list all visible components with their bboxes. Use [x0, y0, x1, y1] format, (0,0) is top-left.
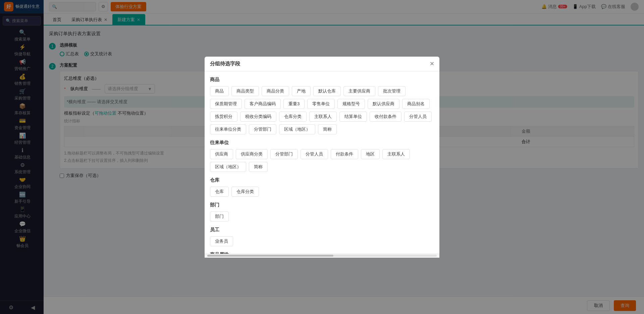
- field-tag[interactable]: 零售单位: [307, 99, 335, 109]
- field-tag[interactable]: 主联系人: [382, 149, 410, 159]
- modal-section-staff: 员工 业务员: [210, 227, 434, 246]
- field-tag[interactable]: 供应商: [210, 149, 233, 159]
- field-tag[interactable]: 结算单位: [339, 112, 367, 122]
- modal-section-partner: 往来单位 供应商 供应商分类 分管部门 分管人员 付款条件 地区 主联系人 区域…: [210, 140, 434, 172]
- field-tag[interactable]: 区域（地区）: [210, 162, 246, 172]
- field-tag[interactable]: 分管人员: [404, 112, 432, 122]
- field-tag[interactable]: 产地: [292, 86, 311, 96]
- field-tag[interactable]: 拣货积分: [210, 112, 237, 122]
- modal-overlay: 分组待选字段 ✕ 商品 商品 商品类型 商品分类 产地 默认仓库 主要供应商 批…: [0, 0, 644, 314]
- field-tags-warehouse: 仓库 仓库分类: [210, 187, 434, 197]
- field-tag[interactable]: 区域（地区）: [279, 124, 315, 134]
- field-tag[interactable]: 规格型号: [337, 99, 365, 109]
- field-tag[interactable]: 分管部门: [249, 124, 276, 134]
- modal-close-btn[interactable]: ✕: [430, 61, 434, 67]
- modal-title: 分组待选字段: [210, 61, 240, 67]
- field-tag[interactable]: 分管部门: [270, 149, 298, 159]
- modal-section-product: 商品 商品 商品类型 商品分类 产地 默认仓库 主要供应商 批次管理 保质期管理…: [210, 77, 434, 134]
- field-tag[interactable]: 地区: [361, 149, 380, 159]
- field-tags-dept: 部门: [210, 211, 434, 222]
- field-tag[interactable]: 重量3: [283, 99, 305, 109]
- field-tag[interactable]: 商品别名: [402, 99, 430, 109]
- hscroll-thumb: [207, 255, 333, 257]
- modal-hscroll[interactable]: [205, 254, 439, 258]
- field-tag[interactable]: 主要供应商: [343, 86, 375, 96]
- field-tag[interactable]: 仓库: [210, 187, 229, 197]
- section-title-partner: 往来单位: [210, 140, 434, 146]
- field-tag[interactable]: 主联系人: [309, 112, 337, 122]
- modal-header: 分组待选字段 ✕: [205, 57, 439, 71]
- field-tag[interactable]: 简称: [318, 124, 337, 134]
- section-title-staff: 员工: [210, 227, 434, 233]
- field-tag[interactable]: 往来单位分类: [210, 124, 246, 134]
- field-tags-staff: 业务员: [210, 236, 434, 246]
- modal-body: 商品 商品 商品类型 商品分类 产地 默认仓库 主要供应商 批次管理 保质期管理…: [205, 71, 439, 254]
- field-tags-product: 商品 商品类型 商品分类 产地 默认仓库 主要供应商 批次管理 保质期管理 客户…: [210, 86, 434, 134]
- field-tag[interactable]: 仓库分类: [279, 112, 307, 122]
- modal: 分组待选字段 ✕ 商品 商品 商品类型 商品分类 产地 默认仓库 主要供应商 批…: [205, 57, 439, 258]
- field-tag[interactable]: 批次管理: [378, 86, 406, 96]
- section-title-product: 商品: [210, 77, 434, 83]
- field-tag[interactable]: 默认供应商: [368, 99, 399, 109]
- section-title-warehouse: 仓库: [210, 177, 434, 183]
- field-tag[interactable]: 商品: [210, 86, 229, 96]
- field-tag[interactable]: 商品分类: [262, 86, 289, 96]
- field-tag[interactable]: 默认仓库: [313, 86, 341, 96]
- field-tag[interactable]: 收付款条件: [370, 112, 401, 122]
- field-tags-partner: 供应商 供应商分类 分管部门 分管人员 付款条件 地区 主联系人 区域（地区） …: [210, 149, 434, 172]
- field-tag[interactable]: 保质期管理: [210, 99, 242, 109]
- modal-section-warehouse: 仓库 仓库 仓库分类: [210, 177, 434, 197]
- field-tag[interactable]: 仓库分类: [231, 187, 259, 197]
- section-title-dept: 部门: [210, 202, 434, 208]
- field-tag[interactable]: 税收分类编码: [240, 112, 276, 122]
- field-tag[interactable]: 分管人员: [301, 149, 328, 159]
- field-tag[interactable]: 供应商分类: [236, 149, 268, 159]
- field-tag[interactable]: 业务员: [210, 236, 233, 246]
- field-tag[interactable]: 付款条件: [331, 149, 358, 159]
- field-tag[interactable]: 商品类型: [231, 86, 259, 96]
- modal-section-dept: 部门 部门: [210, 202, 434, 222]
- field-tag[interactable]: 简称: [249, 162, 268, 172]
- field-tag[interactable]: 部门: [210, 211, 229, 222]
- field-tag[interactable]: 客户商品编码: [245, 99, 281, 109]
